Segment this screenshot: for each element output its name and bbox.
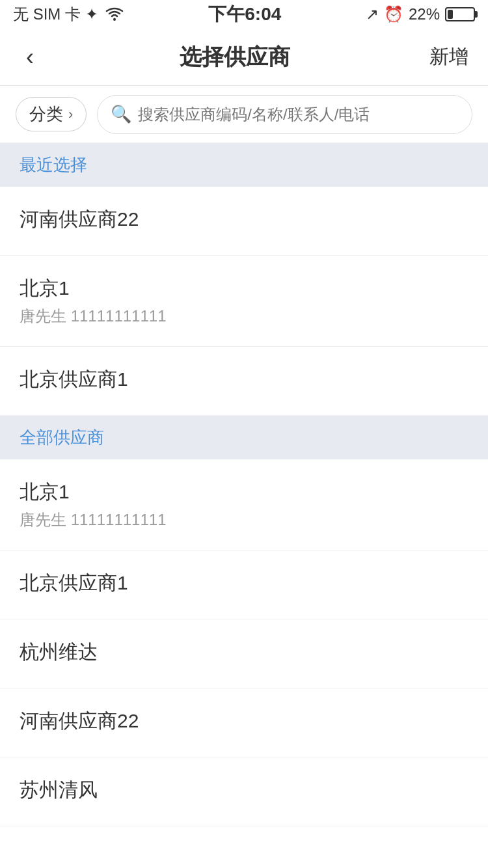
list-item[interactable]: 苏州清风 <box>0 757 488 826</box>
search-box[interactable]: 🔍 <box>97 95 472 134</box>
add-button[interactable]: 新增 <box>429 44 468 70</box>
all-section-header: 全部供应商 <box>0 416 488 459</box>
item-name: 河南供应商22 <box>20 708 468 735</box>
recent-section-label: 最近选择 <box>20 155 87 174</box>
list-item[interactable]: 北京供应商1 <box>0 550 488 619</box>
list-item[interactable]: 杭州维达 <box>0 619 488 688</box>
all-items-list: 北京1唐先生 11111111111北京供应商1杭州维达河南供应商22苏州清风 <box>0 459 488 826</box>
item-name: 北京1 <box>20 479 468 506</box>
filter-bar: 分类 › 🔍 <box>0 86 488 143</box>
category-label: 分类 <box>29 103 63 126</box>
status-bar-right: ↗ ⏰ 22% <box>366 5 475 23</box>
alarm-icon: ⏰ <box>384 5 403 23</box>
recent-items-list: 河南供应商22北京1唐先生 11111111111北京供应商1 <box>0 187 488 416</box>
item-name: 北京供应商1 <box>20 366 468 393</box>
svg-point-0 <box>113 18 116 21</box>
page-title: 选择供应商 <box>180 42 290 72</box>
list-item[interactable]: 北京1唐先生 11111111111 <box>0 256 488 347</box>
item-name: 杭州维达 <box>20 639 468 666</box>
battery-fill <box>448 10 453 19</box>
list-item[interactable]: 北京1唐先生 11111111111 <box>0 459 488 550</box>
list-item[interactable]: 河南供应商22 <box>0 688 488 757</box>
list-item[interactable]: 北京供应商1 <box>0 347 488 416</box>
no-sim-label: 无 SIM 卡 ✦ <box>13 4 98 25</box>
search-icon: 🔍 <box>111 104 131 124</box>
recent-section-header: 最近选择 <box>0 143 488 187</box>
chevron-right-icon: › <box>68 106 73 123</box>
wifi-icon <box>105 7 124 21</box>
status-bar: 无 SIM 卡 ✦ 下午6:04 ↗ ⏰ 22% <box>0 0 488 29</box>
list-item[interactable]: 河南供应商22 <box>0 187 488 256</box>
item-name: 河南供应商22 <box>20 206 468 233</box>
status-bar-time: 下午6:04 <box>208 2 281 27</box>
item-name: 苏州清风 <box>20 777 468 804</box>
battery-icon <box>445 7 475 21</box>
location-icon: ↗ <box>366 5 379 23</box>
status-bar-left: 无 SIM 卡 ✦ <box>13 4 124 25</box>
nav-bar: ‹ 选择供应商 新增 <box>0 29 488 86</box>
item-name: 北京1 <box>20 275 468 302</box>
all-section-label: 全部供应商 <box>20 427 104 447</box>
battery-percent: 22% <box>409 5 440 23</box>
back-button[interactable]: ‹ <box>20 37 40 77</box>
category-filter-button[interactable]: 分类 › <box>16 97 87 131</box>
item-name: 北京供应商1 <box>20 570 468 597</box>
item-detail: 唐先生 11111111111 <box>20 509 468 530</box>
search-input[interactable] <box>138 105 459 124</box>
item-detail: 唐先生 11111111111 <box>20 306 468 327</box>
